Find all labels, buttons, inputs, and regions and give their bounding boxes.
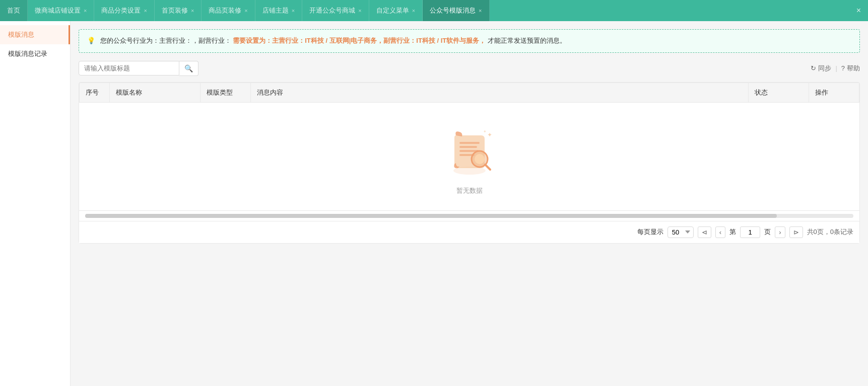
search-bar: 🔍 ↻ 同步 | ? 帮助 (79, 61, 860, 76)
search-button[interactable]: 🔍 (179, 61, 198, 76)
nav-tab-home-decoration[interactable]: 首页装修 × (155, 0, 202, 21)
nav-tab-home[interactable]: 首页 (0, 0, 28, 21)
sidebar-item-template-message-record[interactable]: 模版消息记录 (0, 44, 70, 63)
search-input[interactable] (79, 61, 179, 75)
svg-rect-2 (459, 146, 477, 148)
svg-text:✦: ✦ (487, 131, 492, 138)
col-header-type: 模版类型 (201, 83, 251, 102)
nav-tab-open-mall[interactable]: 开通公众号商城 × (302, 0, 369, 21)
notice-box: 💡 您的公众号行业为：主营行业：，副营行业： 需要设置为：主营行业：IT科技 /… (79, 29, 860, 53)
per-page-label: 每页显示 (637, 227, 663, 237)
page-total: 共0页，0条记录 (807, 227, 853, 237)
prev-page-button[interactable]: ‹ (715, 226, 725, 238)
close-icon[interactable]: × (244, 8, 247, 14)
refresh-icon: ↻ (811, 64, 816, 72)
search-right: ↻ 同步 | ? 帮助 (811, 64, 860, 73)
close-icon[interactable]: × (84, 8, 87, 14)
last-page-button[interactable]: ⊳ (789, 226, 803, 238)
pagination: 每页显示 50 10 20 100 ⊲ ‹ 第 页 › ⊳ 共0页，0条记录 (79, 221, 859, 243)
close-icon[interactable]: × (358, 8, 361, 14)
scroll-track[interactable] (85, 214, 853, 218)
search-icon: 🔍 (184, 64, 193, 72)
col-header-status: 状态 (749, 83, 809, 102)
close-icon[interactable]: × (292, 8, 295, 14)
close-icon[interactable]: × (144, 8, 147, 14)
scroll-bar-area (79, 210, 859, 221)
table-header-row: 序号 模版名称 模版类型 消息内容 状态 操作 (80, 83, 859, 102)
divider: | (835, 64, 837, 72)
col-header-name: 模版名称 (110, 83, 201, 102)
col-header-action: 操作 (809, 83, 859, 102)
top-nav: 首页 微商城店铺设置 × 商品分类设置 × 首页装修 × 商品页装修 × 店铺主… (0, 0, 868, 21)
nav-tab-store-theme[interactable]: 店铺主题 × (255, 0, 302, 21)
main-layout: 模版消息 模版消息记录 💡 您的公众号行业为：主营行业：，副营行业： 需要设置为… (0, 21, 868, 386)
data-table: 序号 模版名称 模版类型 消息内容 状态 操作 (79, 83, 859, 210)
nav-tab-custom-menu[interactable]: 自定义菜单 × (369, 0, 423, 21)
nav-tab-category-settings[interactable]: 商品分类设置 × (94, 0, 154, 21)
svg-text:✦: ✦ (483, 129, 487, 134)
col-header-content: 消息内容 (251, 83, 749, 102)
empty-state: ✦ ✦ 暂无数据 (80, 103, 859, 210)
close-icon[interactable]: × (479, 8, 482, 14)
empty-illustration: ✦ ✦ (442, 123, 497, 178)
next-page-button[interactable]: › (775, 226, 785, 238)
page-input[interactable] (740, 226, 760, 238)
sync-button[interactable]: ↻ 同步 (811, 64, 831, 73)
search-left: 🔍 (79, 61, 198, 76)
table-container: 序号 模版名称 模版类型 消息内容 状态 操作 (79, 82, 860, 244)
svg-rect-1 (459, 142, 480, 144)
empty-text: 暂无数据 (456, 186, 483, 195)
close-icon[interactable]: × (191, 8, 194, 14)
nav-tab-product-decoration[interactable]: 商品页装修 × (202, 0, 255, 21)
sidebar: 模版消息 模版消息记录 (0, 21, 71, 386)
per-page-select[interactable]: 50 10 20 100 (667, 226, 694, 238)
page-prefix: 第 (729, 227, 736, 237)
nav-tab-template-message[interactable]: 公众号模版消息 × (423, 0, 489, 21)
global-close-button[interactable]: × (849, 0, 868, 21)
svg-line-7 (485, 165, 490, 170)
col-header-index: 序号 (80, 83, 110, 102)
page-suffix: 页 (764, 227, 771, 237)
close-icon[interactable]: × (412, 8, 415, 14)
content-area: 💡 您的公众号行业为：主营行业：，副营行业： 需要设置为：主营行业：IT科技 /… (71, 21, 868, 386)
nav-tab-store-settings[interactable]: 微商城店铺设置 × (28, 0, 94, 21)
first-page-button[interactable]: ⊲ (698, 226, 711, 238)
notice-icon: 💡 (87, 37, 95, 44)
svg-point-6 (475, 154, 485, 164)
sidebar-item-template-message[interactable]: 模版消息 (0, 25, 70, 44)
scroll-thumb[interactable] (85, 214, 777, 218)
empty-row: ✦ ✦ 暂无数据 (80, 102, 859, 210)
notice-highlight: 需要设置为：主营行业：IT科技 / 互联网|电子商务，副营行业：IT科技 / I… (233, 37, 486, 44)
help-icon: ? (841, 64, 845, 72)
help-button[interactable]: ? 帮助 (841, 64, 860, 73)
